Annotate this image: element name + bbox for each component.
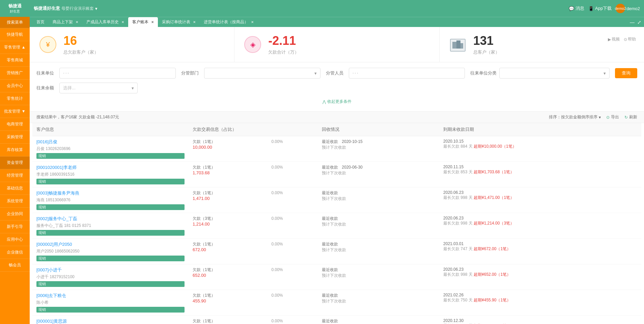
tab-customer-ledger-close[interactable]: ✕ [151, 20, 154, 24]
customer-name-5[interactable]: [0007]小进千 [36, 267, 185, 273]
sidebar-item-newbie[interactable]: 新手引导 [0, 220, 30, 233]
due-date-0: 2020.10.15 [443, 139, 637, 144]
sidebar-item-wechat[interactable]: 企业微信 [0, 246, 30, 259]
customer-name-3[interactable]: [0002]服务中心_丁磊 [36, 216, 185, 222]
sidebar-item-retail-mgmt[interactable]: 零售管理 ▲ [0, 41, 30, 54]
filter-unit-class-input[interactable]: ▾ [499, 68, 610, 79]
customer-tag-3: 现销 [36, 230, 185, 236]
debt-amount-2[interactable]: 1,471.00 [193, 196, 263, 201]
customer-tag-4: 现销 [36, 256, 185, 261]
customer-name-6[interactable]: [0006]去下粮仓 [36, 293, 185, 299]
tab-customer-ledger[interactable]: 客户账本 ✕ [128, 17, 158, 27]
export-btn[interactable]: ⊙ 导出 [606, 114, 619, 120]
filter-balance-input[interactable]: 选择... ▾ [59, 83, 138, 93]
col-customer-info: 客户信息 [32, 123, 189, 136]
tab-product-listing-close[interactable]: ✕ [76, 20, 78, 24]
tab-expand[interactable]: ⤢ [637, 20, 641, 25]
sidebar-item-member[interactable]: 会员中心 [0, 80, 30, 92]
sidebar-item-operations[interactable]: 经营管理 [0, 169, 30, 182]
customer-name-2[interactable]: [0003]畅捷服务尹海燕 [36, 190, 185, 196]
export-icon: ⊙ [606, 115, 610, 120]
debt-amount-4[interactable]: 672.00 [193, 247, 263, 252]
next-payment-5: 预计下次收款 [322, 273, 435, 278]
sidebar-item-search[interactable]: 搜索菜单 [0, 17, 30, 28]
sidebar-item-purchase[interactable]: 采购管理 [0, 131, 30, 144]
cell-debt-pct-4: 0.00% [268, 239, 318, 264]
help-btn[interactable]: ⊙ 帮助 [624, 36, 636, 42]
sort-label: 排序：按欠款金额倒序排序 [549, 114, 597, 120]
customer-name-1[interactable]: [0001020001]李老师 [36, 165, 185, 171]
tab-import-stats-close[interactable]: ✕ [251, 20, 254, 24]
tab-purchase-stats-close[interactable]: ✕ [193, 20, 196, 24]
overdue-days-2: 最长欠款 998 天 超期¥1,471.00（1笔） [443, 195, 637, 201]
sidebar-item-inventory[interactable]: 库存核算 [0, 144, 30, 156]
tab-product-history[interactable]: 产成品入库单历史 ✕ [82, 17, 128, 27]
stat-owing-label: 总欠款客户（家） [63, 49, 226, 55]
overdue-link-4[interactable]: 超期¥672.00（1笔） [474, 246, 511, 251]
overdue-link-3[interactable]: 超期¥1,214.00（3笔） [474, 221, 514, 226]
tab-import-stats-label: 进货单统计表（按商品） [204, 19, 248, 25]
tab-import-stats[interactable]: 进货单统计表（按商品） ✕ [200, 17, 258, 27]
filter-dept-input[interactable]: ▾ [204, 68, 320, 79]
sidebar-item-apps[interactable]: 应用中心 [0, 233, 30, 246]
due-date-2: 2020.06.23 [443, 190, 637, 195]
debt-amount-6[interactable]: 455.90 [193, 298, 263, 303]
tab-product-history-close[interactable]: ✕ [121, 20, 124, 24]
sidebar-item-quick-nav[interactable]: 快捷导航 [0, 28, 30, 41]
message-btn[interactable]: 💬 消息 [569, 5, 584, 11]
sidebar-item-retail-mall[interactable]: 零售商城 [0, 54, 30, 67]
tab-home-label: 首页 [36, 19, 45, 25]
view-video-btn[interactable]: ▶ 视频 [608, 36, 620, 42]
query-button[interactable]: 查询 [615, 68, 637, 78]
data-table: 客户信息 欠款交易信息（占比） 回收情况 到期未收款日期 [0016]吕俊 吕俊… [32, 123, 641, 324]
customer-name-0[interactable]: [0016]吕俊 [36, 139, 185, 145]
sidebar-item-member2[interactable]: 畅会员 [0, 259, 30, 272]
brand-subtitle: 母婴行业演示账套 [61, 6, 94, 11]
debt-amount-5[interactable]: 652.00 [193, 273, 263, 278]
debt-amount-1[interactable]: 1,703.68 [193, 170, 263, 175]
tab-product-listing[interactable]: 商品上下架 ✕ [49, 17, 82, 27]
overdue-link-6[interactable]: 超期¥455.90（1笔） [474, 298, 511, 302]
results-bar: 搜索结果中，客户16家 欠款金额 -21,148.07元 排序：按欠款金额倒序排… [30, 112, 644, 123]
cell-debt-pct-7: 0.00% [268, 316, 318, 324]
sidebar-item-basic-info[interactable]: 基础信息 [0, 182, 30, 195]
overdue-link-0[interactable]: 超期¥10,000.00（1笔） [474, 144, 516, 149]
cell-due-0: 2020.10.15 最长欠款 884 天 超期¥10,000.00（1笔） [439, 136, 641, 162]
results-actions: 排序：按欠款金额倒序排序 ▾ ⊙ 导出 ↻ 刷新 [549, 114, 637, 120]
sidebar-item-retail-stats[interactable]: 零售统计 [0, 92, 30, 105]
debt-amount-3[interactable]: 1,214.00 [193, 222, 263, 227]
cell-customer-1: [0001020001]李老师 李老师 18600391516 现销 [32, 162, 189, 187]
tab-home[interactable]: 首页 [32, 17, 49, 27]
dropdown-icon[interactable]: ▾ [95, 6, 97, 11]
sidebar-item-marketing[interactable]: 营销推广 [0, 67, 30, 80]
sidebar-item-finance[interactable]: 资金管理 [0, 156, 30, 169]
sidebar-item-enterprise[interactable]: 企业协同 [0, 208, 30, 220]
app-download-btn[interactable]: 📱 App下载 [588, 5, 612, 11]
main-area: 畅捷通好生意 母婴行业演示账套 ▾ 💬 消息 📱 App下载 demo2 dem… [30, 0, 644, 324]
tab-minimize[interactable]: — [630, 20, 635, 25]
stat-total-label: 总客户（家） [473, 49, 603, 55]
overdue-link-5[interactable]: 超期¥652.00（1笔） [474, 272, 511, 277]
video-icon: ▶ [608, 37, 611, 42]
sidebar-item-wholesale[interactable]: 批发管理 ▼ [0, 105, 30, 118]
tab-purchase-stats[interactable]: 采购订单统计表 ✕ [158, 17, 200, 27]
sidebar-item-ecommerce[interactable]: 电商管理 [0, 118, 30, 131]
overdue-link-1[interactable]: 超期¥1,703.68（1笔） [474, 170, 514, 174]
filter-source-unit-input[interactable]: ··· [59, 68, 176, 79]
customer-name-4[interactable]: [000002]用户2050 [36, 241, 185, 247]
customer-name-7[interactable]: [000001]黄思源 [36, 318, 185, 324]
last-payment-2: 最近收款 [322, 190, 435, 196]
refresh-btn[interactable]: ↻ 刷新 [624, 114, 637, 120]
sidebar-item-system[interactable]: 系统管理 [0, 195, 30, 208]
cell-due-3: 2020.06.23 最长欠款 998 天 超期¥1,214.00（3笔） [439, 213, 641, 239]
sort-dropdown[interactable]: 排序：按欠款金额倒序排序 ▾ [549, 114, 601, 120]
last-payment-4: 最近收款 [322, 241, 435, 247]
debt-amount-0[interactable]: 10,000.00 [193, 145, 263, 150]
overdue-link-2[interactable]: 超期¥1,471.00（1笔） [474, 195, 514, 200]
col-collection: 回收情况 [318, 123, 439, 136]
user-avatar-btn[interactable]: demo2 demo2 [616, 4, 640, 13]
cell-collection-6: 最近收款 预计下次收款 [318, 290, 439, 316]
collapse-btn[interactable]: ⋀ 收起更多条件 [36, 97, 637, 106]
cell-debt-pct-2: 0.00% [268, 187, 318, 213]
filter-manager-input[interactable]: ··· [349, 68, 465, 79]
